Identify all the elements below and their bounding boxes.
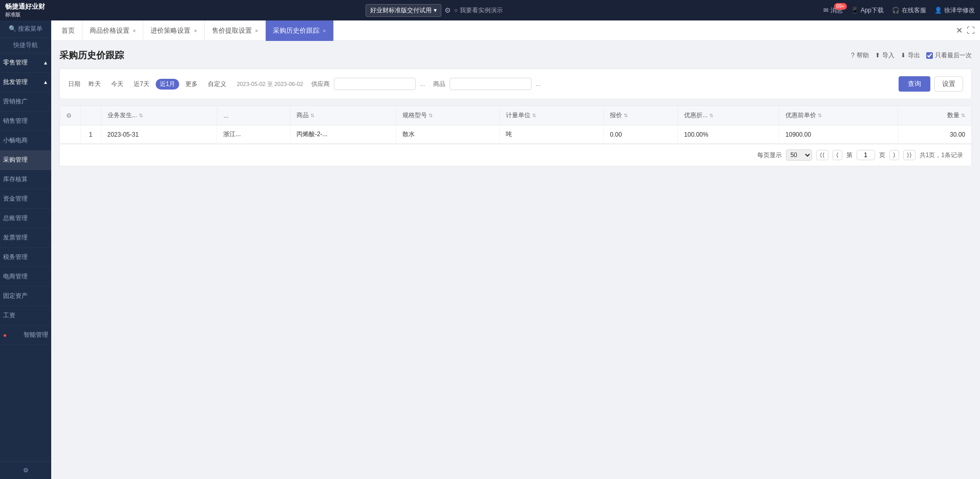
sidebar-item-marketing[interactable]: 营销推广: [0, 92, 51, 112]
sidebar-item-fixed-assets[interactable]: 固定资产: [0, 287, 51, 306]
filter-row: 日期 昨天 今天 近7天 近1月 更多 自定义 2023-05-02 至 202…: [68, 76, 963, 92]
sort-icon: ⇅: [818, 113, 822, 118]
goods-dots[interactable]: ...: [536, 80, 541, 88]
sidebar-item-wholesale[interactable]: 批发管理 ▲: [0, 73, 51, 92]
th-spec-label: 规格型号: [402, 111, 427, 120]
page-input[interactable]: [857, 150, 875, 160]
sidebar-settings-button[interactable]: ⚙: [0, 461, 51, 479]
only-last-input[interactable]: [926, 52, 933, 59]
tab-home[interactable]: 首页: [56, 20, 82, 41]
sidebar-item-ecommerce[interactable]: 电商管理: [0, 267, 51, 287]
tab-purchase-strategy[interactable]: 进价策略设置 ×: [143, 20, 204, 41]
sidebar-item-label: 固定资产: [3, 292, 28, 300]
sidebar-item-inventory[interactable]: 库存核算: [0, 170, 51, 189]
date-btn-7days[interactable]: 近7天: [130, 79, 154, 90]
filter-settings-button[interactable]: 设置: [934, 76, 963, 92]
sidebar-item-purchase[interactable]: 采购管理: [0, 150, 51, 170]
topbar-left: 畅捷通好业财 标准版: [5, 3, 45, 18]
sidebar-item-label: 零售管理: [3, 58, 28, 67]
sidebar-item-sales[interactable]: 销售管理: [0, 112, 51, 131]
goods-input[interactable]: [450, 78, 531, 90]
sidebar-item-label: 电商管理: [3, 272, 28, 281]
date-btn-yesterday[interactable]: 昨天: [84, 79, 105, 90]
import-button[interactable]: ⬆ 导入: [875, 51, 894, 60]
th-discount[interactable]: 优惠折... ⇅: [678, 106, 779, 125]
sidebar-item-arrow: ▲: [43, 79, 48, 85]
td-unit: 吨: [500, 125, 604, 144]
date-btn-custom[interactable]: 自定义: [204, 79, 230, 90]
td-seq: 1: [80, 125, 101, 144]
page-header: 采购历史价跟踪 ? 帮助 ⬆ 导入 ⬇ 导出: [59, 49, 972, 61]
th-qty[interactable]: 数量 ⇅: [898, 106, 971, 125]
topbar-gear-icon[interactable]: ⚙: [444, 6, 451, 14]
filter-actions: 查询 设置: [899, 76, 963, 92]
only-last-checkbox[interactable]: 只看最后一次: [926, 51, 972, 60]
first-page-button[interactable]: ⟨⟨: [816, 150, 828, 160]
date-btn-more[interactable]: 更多: [181, 79, 202, 90]
help-icon: ?: [851, 52, 855, 59]
user-name: 徐泽华修改: [944, 6, 975, 15]
th-quote[interactable]: 报价 ⇅: [604, 106, 678, 125]
supplier-dots[interactable]: ...: [420, 80, 425, 88]
page-label: 第: [846, 151, 853, 160]
sidebar-item-label: 工资: [3, 311, 15, 320]
page-unit: 页: [879, 151, 885, 160]
tab-sale-price[interactable]: 售价提取设置 ×: [205, 20, 266, 41]
demo-label: 我要看实例演示: [460, 6, 503, 15]
sidebar-item-finance[interactable]: 资金管理: [0, 189, 51, 209]
version-selector[interactable]: 好业财标准版交付试用 ▾: [366, 4, 441, 17]
topbar-center: 好业财标准版交付试用 ▾ ⚙ ○ 我要看实例演示: [366, 4, 503, 17]
tab-maximize-icon[interactable]: ⛶: [967, 26, 975, 35]
tab-close-icon[interactable]: ×: [133, 28, 136, 34]
sidebar-quicknav[interactable]: 快捷导航: [0, 38, 51, 53]
prev-page-button[interactable]: ⟨: [833, 150, 842, 160]
app-download-button[interactable]: 📱 App下载: [851, 6, 884, 15]
message-button[interactable]: ✉ 消息 99+: [823, 6, 843, 15]
sidebar-item-retail[interactable]: 零售管理 ▲: [0, 53, 51, 73]
date-range-display: 2023-05-02 至 2023-06-02: [237, 80, 303, 88]
th-unit[interactable]: 计量单位 ⇅: [500, 106, 604, 125]
th-goods[interactable]: 商品 ⇅: [290, 106, 396, 125]
online-service-button[interactable]: 🎧 在线客服: [892, 6, 926, 15]
demo-button[interactable]: ○ 我要看实例演示: [454, 6, 503, 15]
th-more[interactable]: ...: [217, 106, 290, 125]
column-settings-icon[interactable]: ⚙: [66, 112, 72, 119]
th-pre-discount-price-label: 优惠前单价: [785, 111, 816, 120]
th-pre-discount-price[interactable]: 优惠前单价 ⇅: [779, 106, 898, 125]
help-button[interactable]: ? 帮助: [851, 51, 869, 60]
query-button[interactable]: 查询: [899, 76, 930, 92]
page-content: 采购历史价跟踪 ? 帮助 ⬆ 导入 ⬇ 导出: [51, 41, 980, 479]
tab-purchase-history[interactable]: 采购历史价跟踪 ×: [266, 20, 333, 41]
th-date[interactable]: 业务发生... ⇅: [101, 106, 217, 125]
app-version: 标准版: [5, 11, 45, 18]
page-size-select[interactable]: 50 100 200: [786, 149, 812, 161]
sidebar-item-tax[interactable]: 税务管理: [0, 248, 51, 267]
date-btn-today[interactable]: 今天: [107, 79, 127, 90]
sidebar-item-ledger[interactable]: 总账管理: [0, 209, 51, 228]
tab-close-icon[interactable]: ×: [194, 28, 197, 34]
export-button[interactable]: ⬇ 导出: [901, 51, 920, 60]
supplier-input[interactable]: [334, 78, 416, 90]
sidebar-item-label: 资金管理: [3, 194, 28, 203]
online-service-label: 在线客服: [902, 6, 926, 15]
user-info[interactable]: 👤 徐泽华修改: [934, 6, 975, 15]
sidebar-search[interactable]: 🔍 搜索菜单: [0, 20, 51, 38]
tab-close-icon[interactable]: ×: [255, 28, 258, 34]
help-label: 帮助: [857, 51, 869, 60]
sidebar-item-smart[interactable]: ● 智能管理: [0, 325, 51, 345]
sort-icon: ⇅: [139, 113, 143, 118]
tab-close-icon[interactable]: ×: [323, 28, 326, 34]
date-btn-1month[interactable]: 近1月: [156, 79, 180, 90]
tab-goods-price[interactable]: 商品价格设置 ×: [82, 20, 143, 41]
th-spec[interactable]: 规格型号 ⇅: [396, 106, 500, 125]
last-page-button[interactable]: ⟩⟩: [903, 150, 915, 160]
sidebar-item-ecommerce-small[interactable]: 小畅电商: [0, 131, 51, 150]
tab-close-window-icon[interactable]: ✕: [956, 26, 963, 35]
sidebar-item-payroll[interactable]: 工资: [0, 306, 51, 325]
export-icon: ⬇: [901, 52, 906, 59]
th-gear[interactable]: ⚙: [60, 106, 80, 125]
user-avatar-icon: 👤: [934, 7, 942, 14]
date-filter: 日期 昨天 今天 近7天 近1月 更多 自定义 2023-05-02 至 202…: [68, 79, 303, 90]
next-page-button[interactable]: ⟩: [889, 150, 899, 160]
sidebar-item-invoice[interactable]: 发票管理: [0, 228, 51, 248]
